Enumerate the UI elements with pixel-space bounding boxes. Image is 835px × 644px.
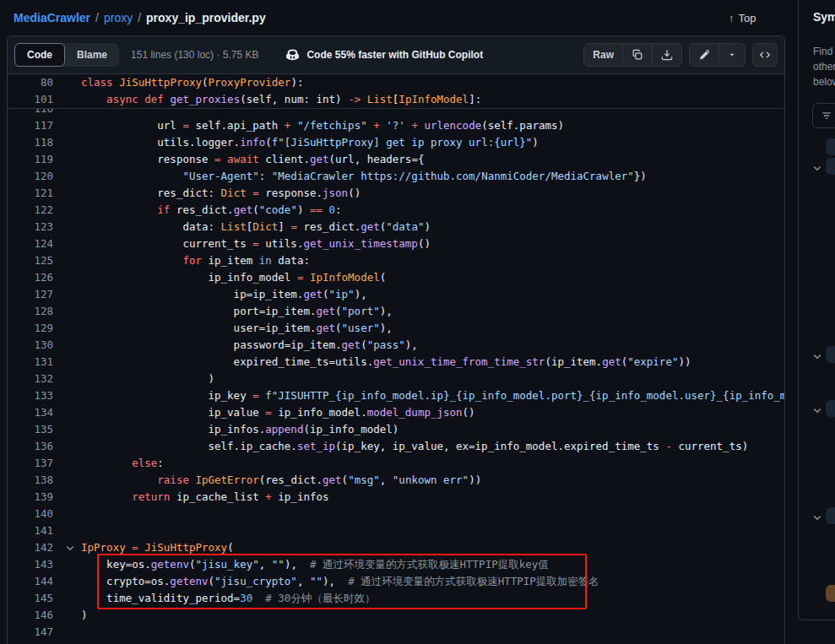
line-number[interactable]: 139 [8,489,53,506]
fold-chevron-down-icon[interactable] [63,539,77,556]
line-number[interactable]: 142 [8,539,53,556]
line-number[interactable]: 136 [8,438,53,455]
chevron-down-icon[interactable] [812,349,822,365]
line-number[interactable]: 120 [8,168,53,185]
line-number[interactable]: 117 [8,117,53,134]
line-number[interactable]: 134 [8,404,53,421]
code-token: get [303,288,323,300]
line-number[interactable]: 101 [8,91,53,108]
code-line: 118 utils.logger.info(f"[JiSuHttpProxy] … [8,134,784,151]
symbol-chip[interactable] [826,507,835,524]
code-token: current_ts [81,237,252,250]
symbol-chip[interactable] [826,400,835,417]
line-number[interactable]: 145 [8,590,53,607]
line-number[interactable]: 131 [8,354,53,371]
line-number[interactable]: 137 [8,455,53,472]
line-number[interactable]: 123 [8,219,53,235]
code-text: ip=ip_item.get("ip"), [53,286,784,303]
code-line: 144 crypto=os.getenv("jisu_crypto", ""),… [8,573,784,590]
line-number[interactable]: 133 [8,387,53,404]
line-number[interactable]: 121 [8,185,53,202]
chevron-down-icon[interactable] [812,403,822,419]
symbol-chip[interactable] [826,346,835,363]
edit-dropdown-button[interactable] [718,44,745,66]
file-stats: 151 lines (130 loc) · 5.75 KB [131,49,258,61]
line-number[interactable]: 127 [8,286,53,303]
code-token: (ip_key, ip_value, ex=ip_info_model.expi… [335,440,665,452]
symbol-chip[interactable] [826,585,835,602]
code-text: ip_value = ip_info_model.model_dump_json… [53,404,784,421]
line-number[interactable]: 124 [8,235,53,252]
line-number[interactable]: 135 [8,421,53,438]
code-token: ip_infos. [81,423,265,436]
line-number[interactable]: 141 [8,522,53,539]
symbol-chip[interactable] [826,138,835,155]
code-area: 80class JiSuHttpProxy(ProxyProvider):101… [8,74,784,641]
breadcrumb-folder-link[interactable]: proxy [104,11,133,24]
code-token: get [316,305,335,317]
line-number[interactable]: 130 [8,337,53,354]
code-text: ip_infos.append(ip_info_model) [53,421,784,438]
back-to-top-label: Top [739,12,756,24]
code-line: 145 time_validity_period=30 # 30分钟（最长时效） [8,590,784,607]
code-token [81,490,132,503]
code-token: res_dict. [170,203,233,216]
line-number[interactable]: 129 [8,320,53,337]
code-token: crypto=os. [81,575,170,587]
code-token: = [252,187,259,199]
code-token: IpGetError [195,474,258,486]
code-token: res_dict: [81,187,221,199]
line-number[interactable]: 140 [8,506,53,522]
code-token [81,254,182,267]
line-number[interactable]: 138 [8,472,53,489]
code-line: 139 return ip_cache_list + ip_infos [8,489,784,506]
code-token: "unkown err" [393,474,469,486]
line-number[interactable]: 132 [8,371,53,387]
code-token: - [665,440,672,452]
line-number[interactable]: 119 [8,151,53,168]
code-token: "" [272,558,285,571]
line-number[interactable]: 147 [8,624,53,641]
symbols-panel-button[interactable] [752,43,778,67]
code-line: 126 ip_info_model = IpInfoModel( [8,269,784,286]
code-token: + [411,119,418,132]
code-text: self.ip_cache.set_ip(ip_key, ip_value, e… [53,438,784,455]
code-token: time_validity_period= [81,592,240,604]
line-number[interactable]: 126 [8,269,53,286]
line-number[interactable]: 118 [8,134,53,151]
code-line: 101 async def get_proxies(self, num: int… [8,91,784,108]
edit-button[interactable] [690,44,718,66]
code-token: "MediaCrawler https://github.com/NanmiCo… [272,170,634,182]
line-number[interactable]: 146 [8,607,53,624]
line-number[interactable]: 143 [8,556,53,573]
code-token [81,170,182,182]
code-token: ( [335,305,342,317]
line-number[interactable]: 125 [8,252,53,269]
tab-code[interactable]: Code [14,43,65,67]
line-number[interactable]: 80 [8,74,53,91]
tab-blame[interactable]: Blame [65,43,119,67]
code-token: info [240,136,265,149]
breadcrumb-repo-link[interactable]: MediaCrawler [14,11,90,24]
line-number[interactable]: 128 [8,303,53,320]
code-line: 131 expired_time_ts=utils.get_unix_time_… [8,354,784,371]
chevron-down-icon[interactable] [812,161,822,176]
copy-button[interactable] [622,44,652,66]
code-line: 136 self.ip_cache.set_ip(ip_key, ip_valu… [8,438,784,455]
code-token: class [81,76,113,89]
download-button[interactable] [652,44,681,66]
code-token: '?' [386,119,405,132]
copilot-banner[interactable]: Code 55% faster with GitHub Copilot [285,48,483,62]
back-to-top-button[interactable]: ↑ Top [722,6,762,30]
chevron-down-icon[interactable] [812,511,822,526]
code-token: JiSuHttpProxy [119,76,202,89]
code-token: "expire" [627,355,678,368]
raw-button[interactable]: Raw [584,44,622,66]
code-text: ip_info_model = IpInfoModel( [53,269,784,286]
code-token: get [234,203,253,216]
line-number[interactable]: 122 [8,202,53,219]
symbol-chip[interactable] [826,158,835,175]
page: MediaCrawler / proxy / proxy_ip_provider… [0,0,835,644]
line-number[interactable]: 144 [8,573,53,590]
code-token: ( [252,203,259,216]
